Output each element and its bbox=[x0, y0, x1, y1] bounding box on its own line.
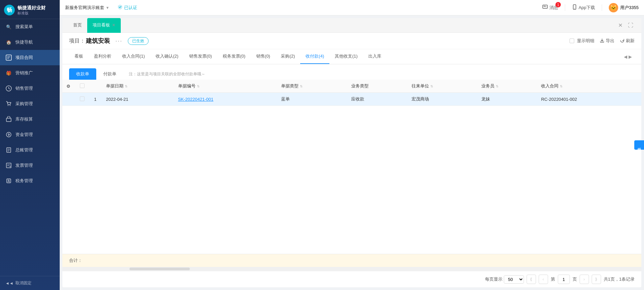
sidebar-item-invoice[interactable]: 发票管理 bbox=[0, 158, 60, 173]
show-detail-toggle[interactable]: 显示明细 bbox=[570, 38, 594, 44]
cart-icon bbox=[5, 100, 12, 107]
more-options-icon[interactable]: ··· bbox=[115, 38, 122, 45]
sidebar-item-label: 总账管理 bbox=[15, 147, 33, 153]
sidebar-item-ledger[interactable]: 总账管理 bbox=[0, 142, 60, 158]
sidebar-item-purchase[interactable]: 采购管理 bbox=[0, 96, 60, 112]
sidebar-item-project[interactable]: 项目合同 bbox=[0, 50, 60, 65]
sub-tab-income-confirm[interactable]: 收入确认(2) bbox=[150, 49, 184, 64]
sub-tab-profit[interactable]: 盈利分析 bbox=[89, 49, 117, 64]
sub-tab-tax-invoice[interactable]: 税务发票(0) bbox=[217, 49, 251, 64]
cancel-pin-button[interactable]: ◄◄ 取消固定 bbox=[0, 276, 60, 290]
tax-icon bbox=[5, 177, 12, 184]
close-window-button[interactable]: ✕ bbox=[617, 21, 624, 30]
chevron-left-icon[interactable]: ◀ bbox=[624, 54, 627, 59]
window-controls: ✕ ⛶ bbox=[617, 21, 636, 30]
page-number-input[interactable] bbox=[558, 275, 570, 284]
last-page-button[interactable]: ⟫ bbox=[592, 275, 601, 284]
per-page-select-wrap: 每页显示 50 100 200 bbox=[485, 275, 524, 284]
ledger-icon bbox=[5, 147, 12, 153]
user-menu[interactable]: 🐱 用户3355 bbox=[609, 3, 639, 12]
sort-icon[interactable]: ⇅ bbox=[197, 84, 200, 88]
sort-icon[interactable]: ⇅ bbox=[560, 84, 562, 88]
sidebar-item-sales[interactable]: 销售管理 bbox=[0, 81, 60, 96]
main-area: 新服务官网演示账套 ▼ 已认证 消息 1 bbox=[60, 0, 644, 290]
sub-tab-sales[interactable]: 销售(0) bbox=[251, 49, 276, 64]
svg-point-11 bbox=[574, 8, 575, 9]
account-selector[interactable]: 新服务官网演示账套 ▼ bbox=[65, 5, 109, 11]
table-header-row: ⚙ 单据日期 ⇅ bbox=[62, 80, 641, 93]
th-settings[interactable]: ⚙ bbox=[62, 80, 76, 93]
sort-icon[interactable]: ⇅ bbox=[300, 84, 303, 88]
row-type: 蓝单 bbox=[277, 93, 347, 106]
sidebar-item-label: 发票管理 bbox=[15, 162, 33, 168]
tab-bar: 首页 项目看板 ✕ ✕ ⛶ bbox=[62, 18, 641, 33]
th-contract[interactable]: 收入合同 ⇅ bbox=[537, 80, 641, 93]
sidebar-item-tax[interactable]: 税务管理 bbox=[0, 173, 60, 189]
th-code[interactable]: 单据编号 ⇅ bbox=[174, 80, 277, 93]
gift-icon: 🎁 bbox=[5, 70, 12, 76]
app-logo-icon: 畅 bbox=[4, 5, 15, 15]
certified-badge: 已认证 bbox=[117, 4, 137, 11]
sort-icon[interactable]: ⇅ bbox=[496, 84, 498, 88]
sub-tab-purchase[interactable]: 采购(2) bbox=[275, 49, 300, 64]
maximize-window-button[interactable]: ⛶ bbox=[627, 21, 635, 30]
box-icon bbox=[5, 116, 12, 123]
prev-page-button[interactable]: ‹ bbox=[539, 275, 548, 284]
sub-tab-payment[interactable]: 收付款(4) bbox=[300, 49, 329, 64]
select-all-checkbox[interactable] bbox=[80, 83, 85, 88]
row-date: 2022-04-21 bbox=[102, 93, 174, 106]
message-button[interactable]: 消息 1 bbox=[542, 4, 558, 11]
th-salesman[interactable]: 业务员 ⇅ bbox=[477, 80, 537, 93]
sub-tab-inout[interactable]: 出入库 bbox=[363, 49, 387, 64]
sidebar-item-inventory[interactable]: 库存核算 bbox=[0, 112, 60, 127]
tab-project-kanban[interactable]: 项目看板 ✕ bbox=[87, 18, 121, 33]
table-row[interactable]: 1 2022-04-21 SK-20220421-001 蓝单 应收款 宏茂商场… bbox=[62, 93, 641, 106]
app-download-button[interactable]: App下载 bbox=[572, 4, 595, 11]
gear-icon: ⚙ bbox=[66, 84, 70, 89]
scrollbar-thumb[interactable] bbox=[129, 268, 190, 270]
row-partner: 宏茂商场 bbox=[408, 93, 478, 106]
th-date[interactable]: 单据日期 ⇅ bbox=[102, 80, 174, 93]
sidebar-item-label: 资金管理 bbox=[15, 132, 33, 138]
inner-tab-payment[interactable]: 付款单 bbox=[96, 68, 123, 80]
sub-tab-income-contract[interactable]: 收入合同(1) bbox=[117, 49, 150, 64]
row-code[interactable]: SK-20220421-001 bbox=[174, 93, 277, 106]
tab-close-icon[interactable]: ✕ bbox=[112, 23, 115, 27]
th-checkbox[interactable] bbox=[76, 80, 89, 93]
topbar-right: 消息 1 App下载 🐱 用户3355 bbox=[542, 3, 639, 12]
sort-icon[interactable]: ⇅ bbox=[430, 84, 433, 88]
sidebar-item-label: 库存核算 bbox=[15, 116, 33, 122]
sidebar-item-label: 销售管理 bbox=[15, 85, 33, 91]
feedback-button[interactable]: 反馈 bbox=[634, 140, 644, 150]
project-actions: 显示明细 导出 刷新 bbox=[570, 38, 635, 44]
project-label: 项目： bbox=[69, 38, 85, 45]
shield-icon bbox=[117, 4, 123, 11]
per-page-select[interactable]: 50 100 200 bbox=[504, 275, 524, 284]
chevron-right-icon[interactable]: ▶ bbox=[629, 54, 632, 59]
sub-tab-kanban[interactable]: 看板 bbox=[69, 49, 89, 64]
first-page-button[interactable]: ⟪ bbox=[527, 275, 536, 284]
invoice-icon bbox=[5, 162, 12, 169]
inner-tab-receipt[interactable]: 收款单 bbox=[69, 68, 96, 80]
sub-tabs-nav[interactable]: ◀ ▶ bbox=[621, 54, 635, 59]
sidebar-item-marketing[interactable]: 🎁 营销推广 bbox=[0, 65, 60, 81]
row-select-checkbox[interactable] bbox=[80, 96, 85, 101]
sidebar-item-quicknav[interactable]: 🏠 快捷导航 bbox=[0, 34, 60, 50]
tab-home[interactable]: 首页 bbox=[68, 18, 87, 33]
refresh-button[interactable]: 刷新 bbox=[620, 38, 635, 44]
row-checkbox[interactable] bbox=[76, 93, 89, 106]
sub-tab-other[interactable]: 其他收支(1) bbox=[329, 49, 363, 64]
chevron-down-icon: ▼ bbox=[106, 6, 109, 10]
sales-icon bbox=[5, 85, 12, 92]
sub-tab-sales-invoice[interactable]: 销售发票(0) bbox=[184, 49, 217, 64]
sidebar-item-finance[interactable]: 资金管理 bbox=[0, 127, 60, 142]
sidebar-item-search[interactable]: 🔍 搜索菜单 bbox=[0, 19, 60, 34]
th-type[interactable]: 单据类型 ⇅ bbox=[277, 80, 347, 93]
row-biz-type: 应收款 bbox=[347, 93, 408, 106]
th-partner[interactable]: 往来单位 ⇅ bbox=[408, 80, 478, 93]
horizontal-scrollbar[interactable] bbox=[62, 267, 641, 271]
sidebar: 畅 畅捷通好业财 标准版 🔍 搜索菜单 🏠 快捷导航 项目合同 🎁 营销推广 bbox=[0, 0, 60, 290]
export-button[interactable]: 导出 bbox=[600, 38, 614, 44]
next-page-button[interactable]: › bbox=[580, 275, 589, 284]
sort-icon[interactable]: ⇅ bbox=[125, 84, 127, 88]
